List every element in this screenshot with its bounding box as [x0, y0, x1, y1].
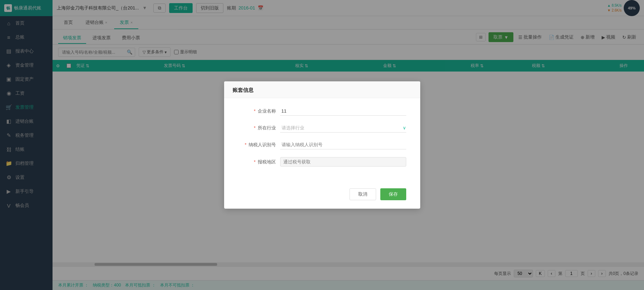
tax-region-row: * 报税地区 [238, 157, 406, 167]
modal-footer: 取消 保存 [224, 183, 420, 209]
cancel-button[interactable]: 取消 [349, 188, 376, 200]
modal-overlay[interactable]: 账套信息 * 企业名称 * 所在行业 请选择行业 [0, 0, 644, 290]
required-star-industry: * [254, 125, 256, 130]
company-name-label: * 企业名称 [238, 108, 280, 114]
save-button[interactable]: 保存 [380, 188, 406, 200]
account-info-modal: 账套信息 * 企业名称 * 所在行业 请选择行业 [224, 81, 420, 209]
required-star-tax: * [245, 142, 247, 147]
company-name-row: * 企业名称 [238, 107, 406, 116]
tax-region-label: * 报税地区 [238, 159, 280, 165]
tax-region-input [280, 157, 406, 167]
tax-id-row: * 纳税人识别号 [238, 140, 406, 149]
industry-label: * 所在行业 [238, 125, 280, 131]
industry-select-wrapper: 请选择行业 ∨ [280, 123, 406, 133]
required-star-region: * [254, 159, 256, 164]
required-star: * [254, 108, 256, 114]
industry-select[interactable]: 请选择行业 [280, 123, 403, 132]
tax-id-input[interactable] [280, 140, 406, 149]
modal-body: * 企业名称 * 所在行业 请选择行业 ∨ [224, 98, 420, 183]
company-name-input[interactable] [280, 107, 406, 116]
modal-title: 账套信息 [224, 81, 420, 98]
tax-id-label: * 纳税人识别号 [238, 142, 280, 148]
industry-dropdown-icon: ∨ [403, 125, 406, 130]
industry-row: * 所在行业 请选择行业 ∨ [238, 123, 406, 133]
